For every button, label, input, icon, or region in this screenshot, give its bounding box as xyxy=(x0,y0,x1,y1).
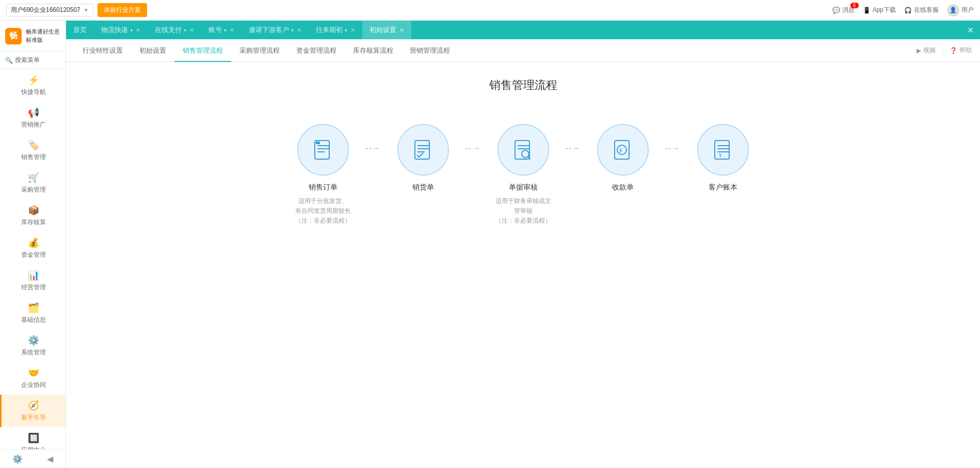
nav-icon-operations-mgmt: 📊 xyxy=(28,270,39,281)
user-profile-btn[interactable]: 👤 用户 xyxy=(947,4,974,17)
question-icon: ❓ xyxy=(950,47,957,54)
sidebar-item-sales-mgmt[interactable]: 🏷️ 销售管理 xyxy=(0,134,66,167)
sidebar-item-finance-mgmt[interactable]: 💰 资金管理 xyxy=(0,232,66,264)
flow-step-name-sales-invoice: 销货单 xyxy=(412,183,434,192)
logo-text: 畅库通好生意 标准版 xyxy=(26,28,60,44)
nav-tab-history-init[interactable]: 往来期初▾✕ xyxy=(309,21,362,39)
nav-icon-enterprise-collab: 🤝 xyxy=(28,367,39,379)
play-icon: ▶ xyxy=(917,47,921,54)
flow-steps: 销售订单 适用于分批发货、有合同发货周期较长（注：非必要流程） --→ 销货单 … xyxy=(87,124,959,226)
app-download-btn[interactable]: 📱 App下载 xyxy=(863,6,896,14)
sub-tab-purchase-flow[interactable]: 采购管理流程 xyxy=(231,39,288,62)
logo-icon: 畅 xyxy=(5,28,22,44)
flow-step-sales-invoice[interactable]: 销货单 xyxy=(382,124,464,196)
nav-tab-logistics[interactable]: 物流快递▾✕ xyxy=(94,21,148,39)
flow-step-desc-sales-order: 适用于分批发货、有合同发货周期较长（注：非必要流程） xyxy=(295,196,351,226)
sidebar-item-label-operations-mgmt: 经营管理 xyxy=(21,283,46,292)
sidebar-item-label-app-center: 应用中心 xyxy=(21,446,46,449)
flow-arrow-2: --→ xyxy=(464,144,482,153)
avatar: 👤 xyxy=(947,4,959,17)
sidebar-item-quick-nav[interactable]: ⚡ 快捷导航 xyxy=(0,69,66,102)
sub-tab-sales-mgmt-flow[interactable]: 营销管理流程 xyxy=(401,39,458,62)
search-menu-btn[interactable]: 🔍 搜索菜单 xyxy=(5,56,60,65)
flow-step-sales-order[interactable]: 销售订单 适用于分批发货、有合同发货周期较长（注：非必要流程） xyxy=(282,124,364,226)
sidebar-item-app-center[interactable]: 🔲 应用中心 xyxy=(0,427,66,449)
sidebar-bottom: ⚙️ ◀ xyxy=(0,449,66,468)
dashed-arrow-3: --→ xyxy=(566,144,581,153)
sidebar-item-label-inventory: 库存核算 xyxy=(21,218,46,227)
sub-tab-industry-settings[interactable]: 行业特性设置 xyxy=(74,39,131,62)
svg-text:¥: ¥ xyxy=(719,152,722,158)
sidebar-search-area: 🔍 搜索菜单 xyxy=(0,52,66,69)
sidebar-item-marketing-promo[interactable]: 📢 营销推广 xyxy=(0,102,66,134)
sub-tab-finance-flow[interactable]: 资金管理流程 xyxy=(288,39,345,62)
nav-icon-inventory: 📦 xyxy=(28,205,39,216)
close-all-tabs-btn[interactable]: ✕ xyxy=(961,25,980,35)
nav-tab-label-online-pay: 在线支付 xyxy=(155,25,182,35)
sub-tab-sales-flow[interactable]: 销售管理流程 xyxy=(174,39,231,62)
sidebar-item-label-enterprise-collab: 企业协同 xyxy=(21,381,46,389)
sidebar-item-label-basic-info: 基础信息 xyxy=(21,316,46,324)
sidebar-item-purchase-mgmt[interactable]: 🛒 采购管理 xyxy=(0,167,66,199)
flow-step-receipt[interactable]: ¥ 收款单 xyxy=(582,124,664,196)
sidebar-item-label-purchase-mgmt: 采购管理 xyxy=(21,185,46,194)
logo-line1: 畅库通好生意 xyxy=(26,28,60,36)
close-icon[interactable]: ✕ xyxy=(350,27,355,34)
close-icon[interactable]: ✕ xyxy=(297,27,301,34)
sidebar-item-operations-mgmt[interactable]: 📊 经营管理 xyxy=(0,264,66,297)
header-right: 💬 消息 6 📱 App下载 🎧 在线客服 👤 用户 xyxy=(832,4,974,17)
sidebar-item-label-new-guide: 新手引导 xyxy=(21,413,46,422)
close-icon[interactable]: ✕ xyxy=(399,27,404,34)
nav-icon-purchase-mgmt: 🛒 xyxy=(28,172,39,183)
main-wrapper: 首页物流快递▾✕在线支付▾✕账号▾✕邀请下游客户▾✕往来期初▾✕初始设置✕✕ 行… xyxy=(66,0,980,468)
nav-icon-sales-mgmt: 🏷️ xyxy=(28,139,39,151)
close-icon[interactable]: ✕ xyxy=(136,27,140,34)
flow-page-title: 销售管理流程 xyxy=(87,77,959,93)
messages-btn[interactable]: 💬 消息 6 xyxy=(832,6,855,14)
nav-tabs-bar: 首页物流快递▾✕在线支付▾✕账号▾✕邀请下游客户▾✕往来期初▾✕初始设置✕✕ xyxy=(66,21,980,39)
sidebar-nav: ⚡ 快捷导航 📢 营销推广 🏷️ 销售管理 🛒 采购管理 📦 库存核算 💰 资金… xyxy=(0,69,66,449)
sidebar-item-inventory[interactable]: 📦 库存核算 xyxy=(0,199,66,232)
flow-arrow-3: --→ xyxy=(565,144,582,153)
user-selector[interactable]: 用户690企业1660120507 ▼ xyxy=(6,4,93,17)
sidebar-item-enterprise-collab[interactable]: 🤝 企业协同 xyxy=(0,362,66,395)
sidebar-item-system-mgmt[interactable]: ⚙️ 系统管理 xyxy=(0,330,66,362)
online-service-btn[interactable]: 🎧 在线客服 xyxy=(904,6,939,14)
close-icon[interactable]: ✕ xyxy=(230,27,234,34)
collapse-icon[interactable]: ◀ xyxy=(47,454,53,464)
nav-tab-label-invite-customer: 邀请下游客户 xyxy=(249,25,289,35)
sidebar-item-new-guide[interactable]: 🧭 新手引导 xyxy=(0,395,66,427)
sidebar-item-basic-info[interactable]: 🗂️ 基础信息 xyxy=(0,297,66,330)
sub-tab-inventory-flow[interactable]: 库存核算流程 xyxy=(345,39,401,62)
header-left: 用户690企业1660120507 ▼ 体验行业方案 xyxy=(6,3,147,17)
phone-icon: 📱 xyxy=(863,7,871,14)
sub-tab-init-settings[interactable]: 初始设置 xyxy=(131,39,174,62)
chevron-down-icon: ▾ xyxy=(345,27,347,33)
flow-arrow-4: --→ xyxy=(664,144,682,153)
content-area: 行业特性设置初始设置销售管理流程采购管理流程资金管理流程库存核算流程营销管理流程… xyxy=(66,39,980,468)
messages-badge: 6 xyxy=(850,3,859,8)
flow-step-circle-customer-account: ¥ xyxy=(697,124,749,176)
close-icon[interactable]: ✕ xyxy=(189,27,194,34)
sub-tabs-right: ▶ 视频 | ❓ 帮助 xyxy=(917,46,972,55)
nav-tab-invite-customer[interactable]: 邀请下游客户▾✕ xyxy=(242,21,309,39)
experience-btn[interactable]: 体验行业方案 xyxy=(98,3,147,17)
sidebar-item-label-system-mgmt: 系统管理 xyxy=(21,348,46,357)
video-link[interactable]: ▶ 视频 xyxy=(917,46,936,55)
help-link[interactable]: ❓ 帮助 xyxy=(950,46,972,55)
video-label: 视频 xyxy=(923,46,936,55)
nav-tab-init-settings[interactable]: 初始设置✕ xyxy=(362,21,411,39)
flow-step-name-receipt: 收款单 xyxy=(612,183,634,192)
nav-tab-online-pay[interactable]: 在线支付▾✕ xyxy=(148,21,201,39)
user-name-label: 用户 xyxy=(961,6,974,14)
nav-tab-account[interactable]: 账号▾✕ xyxy=(201,21,242,39)
help-label: 帮助 xyxy=(959,46,972,55)
flow-step-doc-review[interactable]: 单据审核 适用于财务审核或主管审核（注：非必要流程） xyxy=(482,124,565,226)
flow-step-circle-sales-order xyxy=(297,124,349,176)
flow-step-customer-account[interactable]: ¥ 客户账本 xyxy=(682,124,764,196)
svg-rect-4 xyxy=(316,142,320,144)
chevron-down-icon: ▾ xyxy=(291,27,294,33)
settings-icon[interactable]: ⚙️ xyxy=(12,454,23,464)
nav-tab-label-logistics: 物流快递 xyxy=(101,25,128,35)
nav-tab-home[interactable]: 首页 xyxy=(66,21,94,39)
